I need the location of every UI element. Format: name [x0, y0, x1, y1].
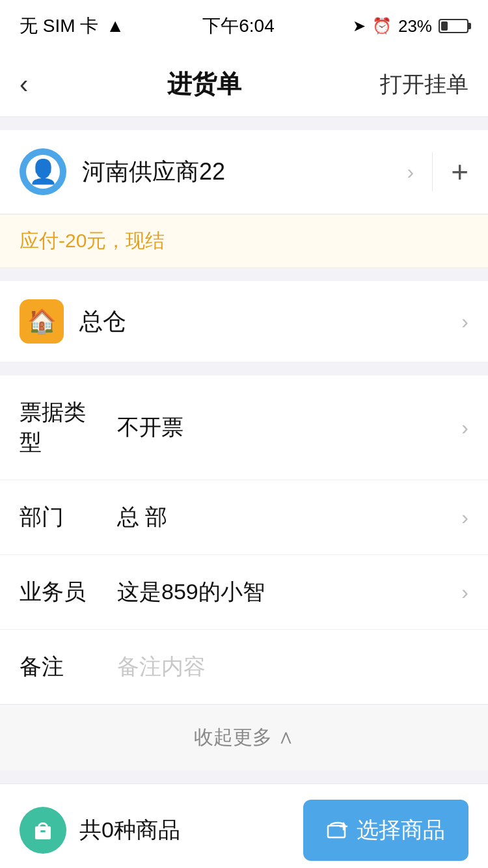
invoice-type-value: 不开票 — [104, 413, 461, 442]
department-chevron-icon: › — [461, 506, 468, 530]
svg-rect-1 — [40, 830, 46, 832]
supplier-card: 👤 河南供应商22 › + 应付-20元，现结 — [0, 130, 488, 268]
open-pending-button[interactable]: 打开挂单 — [380, 70, 468, 100]
wifi-icon: ▲ — [106, 16, 124, 36]
location-icon: ➤ — [353, 17, 366, 35]
product-count-label: 共0种商品 — [79, 815, 303, 845]
form-section: 票据类型 不开票 › 部门 总 部 › 业务员 这是859的小智 › 备注 备注… — [0, 375, 488, 704]
svg-rect-0 — [35, 826, 51, 839]
alarm-icon: ⏰ — [372, 17, 392, 35]
vertical-divider — [432, 152, 433, 191]
cart-add-icon — [327, 819, 349, 841]
department-row[interactable]: 部门 总 部 › — [0, 480, 488, 555]
status-right: ➤ ⏰ 23% — [353, 16, 468, 36]
gap1 — [0, 117, 488, 130]
bottom-bar: 共0种商品 选择商品 — [0, 783, 488, 868]
warehouse-chevron-icon: › — [461, 310, 468, 334]
remark-input[interactable]: 备注内容 — [104, 652, 468, 682]
department-label: 部门 — [20, 502, 104, 532]
main-content: 👤 河南供应商22 › + 应付-20元，现结 🏠 总仓 › 票据类型 不开票 … — [0, 117, 488, 868]
supplier-avatar: 👤 — [20, 148, 66, 195]
add-supplier-button[interactable]: + — [451, 157, 468, 187]
nav-bar: ‹ 进货单 打开挂单 — [0, 52, 488, 117]
remark-row[interactable]: 备注 备注内容 — [0, 630, 488, 704]
warehouse-name: 总仓 — [79, 306, 461, 338]
carrier-text: 无 SIM 卡 — [20, 14, 98, 38]
warehouse-row[interactable]: 🏠 总仓 › — [0, 281, 488, 362]
house-icon: 🏠 — [27, 308, 57, 335]
status-left: 无 SIM 卡 ▲ — [20, 14, 124, 38]
salesperson-chevron-icon: › — [461, 580, 468, 604]
status-bar: 无 SIM 卡 ▲ 下午6:04 ➤ ⏰ 23% — [0, 0, 488, 52]
invoice-type-label: 票据类型 — [20, 398, 104, 457]
page-title: 进货单 — [167, 68, 241, 101]
salesperson-value: 这是859的小智 — [104, 577, 461, 607]
collapse-button[interactable]: 收起更多 ∧ — [0, 704, 488, 770]
select-product-button[interactable]: 选择商品 — [303, 800, 468, 861]
invoice-type-row[interactable]: 票据类型 不开票 › — [0, 375, 488, 480]
supplier-row[interactable]: 👤 河南供应商22 › + — [0, 130, 488, 214]
invoice-type-chevron-icon: › — [461, 416, 468, 440]
svg-rect-2 — [328, 826, 345, 837]
warning-banner: 应付-20元，现结 — [0, 214, 488, 268]
warehouse-icon: 🏠 — [20, 299, 64, 344]
salesperson-label: 业务员 — [20, 577, 104, 607]
back-button[interactable]: ‹ — [20, 70, 28, 99]
status-time: 下午6:04 — [202, 14, 275, 38]
supplier-chevron-icon: › — [407, 160, 414, 184]
person-icon: 👤 — [29, 158, 58, 185]
product-icon-circle — [20, 807, 66, 854]
shopping-bag-icon — [30, 817, 56, 843]
battery-percent: 23% — [398, 16, 432, 36]
remark-label: 备注 — [20, 652, 104, 682]
battery-icon — [439, 19, 468, 33]
department-value: 总 部 — [104, 502, 461, 532]
salesperson-row[interactable]: 业务员 这是859的小智 › — [0, 555, 488, 630]
supplier-name: 河南供应商22 — [82, 156, 407, 188]
select-product-label: 选择商品 — [357, 815, 445, 845]
